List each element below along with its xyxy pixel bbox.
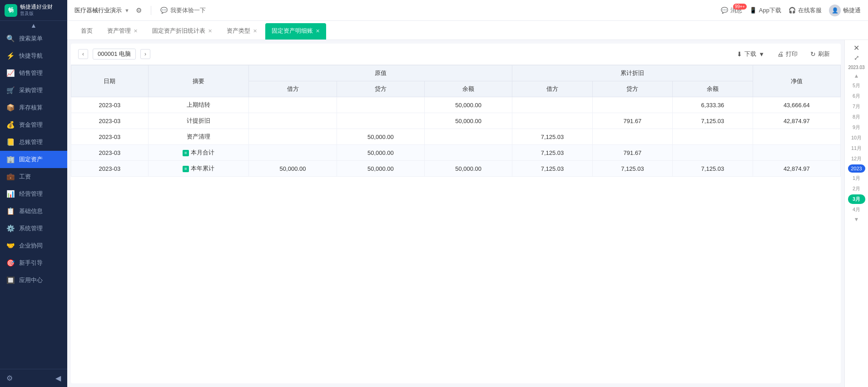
sidebar-item-ledger[interactable]: 📒总账管理 bbox=[0, 134, 67, 151]
download-btn[interactable]: ⬇ 下载 ▼ bbox=[733, 48, 768, 60]
timeline-month-2月[interactable]: 2月 bbox=[848, 184, 865, 194]
content-area: ‹ 000001 电脑 › ⬇ 下载 ▼ 🖨 打印 ↻ 刷新 bbox=[67, 40, 868, 387]
tab-close-depreciation-stats[interactable]: ✕ bbox=[208, 28, 212, 34]
refresh-icon: ↻ bbox=[810, 50, 816, 58]
message-icon: 💬 bbox=[721, 7, 728, 14]
sidebar-label-quick-nav: 快捷导航 bbox=[19, 52, 43, 60]
table-row: 2023-03计提折旧50,000.00791.677,125.0342,874… bbox=[71, 113, 841, 129]
timeline-month-3月[interactable]: 3月 bbox=[848, 194, 865, 204]
sidebar-item-salary[interactable]: 💼工资 bbox=[0, 168, 67, 185]
user-avatar: 👤 bbox=[829, 5, 841, 16]
sidebar-item-purchase[interactable]: 🛒采购管理 bbox=[0, 82, 67, 99]
expand-panel-icon[interactable]: ⤢ bbox=[854, 54, 859, 61]
sidebar-item-system[interactable]: ⚙️系统管理 bbox=[0, 220, 67, 237]
timeline-month-1月[interactable]: 1月 bbox=[848, 174, 865, 183]
tab-asset-type[interactable]: 资产类型✕ bbox=[220, 23, 263, 40]
sidebar-icon-inventory: 📦 bbox=[6, 104, 15, 112]
timeline-month-6月[interactable]: 6月 bbox=[848, 91, 865, 101]
sidebar-label-guide: 新手引导 bbox=[19, 259, 43, 267]
summary-icon: ≡ bbox=[183, 150, 189, 156]
timeline-up-arrow[interactable]: ▲ bbox=[853, 72, 860, 80]
sidebar-scroll-up[interactable]: ▲ bbox=[0, 21, 67, 30]
cell-4-6: 7,125.03 bbox=[592, 161, 672, 177]
settings-icon[interactable]: ⚙ bbox=[6, 374, 13, 382]
refresh-btn[interactable]: ↻ 刷新 bbox=[807, 48, 833, 60]
sidebar-icon-sales: 📈 bbox=[6, 69, 15, 77]
cell-0-6 bbox=[592, 97, 672, 113]
sidebar-item-funds[interactable]: 💰资金管理 bbox=[0, 116, 67, 134]
company-settings-icon[interactable]: ⚙ bbox=[136, 6, 142, 15]
timeline-month-8月[interactable]: 8月 bbox=[848, 112, 865, 122]
collapse-sidebar-icon[interactable]: ◀ bbox=[55, 374, 61, 382]
tab-depreciation-stats[interactable]: 固定资产折旧统计表✕ bbox=[146, 23, 218, 40]
message-btn[interactable]: 💬 消息 99++ bbox=[721, 6, 742, 15]
company-selector[interactable]: 医疗器械行业演示 ▼ bbox=[74, 6, 129, 15]
company-dropdown-icon: ▼ bbox=[124, 8, 129, 13]
content-main: ‹ 000001 电脑 › ⬇ 下载 ▼ 🖨 打印 ↻ 刷新 bbox=[71, 44, 841, 383]
cell-3-4 bbox=[425, 145, 512, 161]
timeline-month-12月[interactable]: 12月 bbox=[848, 154, 865, 164]
sidebar-label-fixed-assets: 固定资产 bbox=[19, 155, 43, 164]
tab-close-asset-mgmt[interactable]: ✕ bbox=[134, 28, 138, 34]
cell-2-0: 2023-03 bbox=[71, 129, 149, 145]
sidebar-icon-quick-nav: ⚡ bbox=[6, 52, 15, 60]
next-record-btn[interactable]: › bbox=[140, 49, 150, 59]
cell-1-8: 42,874.97 bbox=[753, 113, 840, 129]
prev-record-btn[interactable]: ‹ bbox=[78, 49, 88, 59]
sidebar-item-quick-nav[interactable]: ⚡快捷导航 bbox=[0, 47, 67, 64]
cell-0-3 bbox=[337, 97, 424, 113]
online-service-btn[interactable]: 🎧 在线客服 bbox=[789, 6, 822, 15]
tabs-bar: 首页资产管理✕固定资产折旧统计表✕资产类型✕固定资产明细账✕ bbox=[67, 21, 868, 40]
cell-1-0: 2023-03 bbox=[71, 113, 149, 129]
summary-icon: ≡ bbox=[183, 166, 189, 172]
print-label: 打印 bbox=[786, 50, 798, 58]
cell-3-3: 50,000.00 bbox=[337, 145, 424, 161]
tab-asset-mgmt[interactable]: 资产管理✕ bbox=[101, 23, 144, 40]
timeline-down-arrow[interactable]: ▼ bbox=[853, 215, 860, 223]
experience-btn[interactable]: 💬 我要体验一下 bbox=[160, 6, 206, 15]
tab-close-asset-type[interactable]: ✕ bbox=[253, 28, 257, 34]
sidebar-item-basic-info[interactable]: 📋基础信息 bbox=[0, 203, 67, 220]
print-btn[interactable]: 🖨 打印 bbox=[774, 48, 801, 60]
timeline-month-5月[interactable]: 5月 bbox=[848, 81, 865, 90]
sidebar-nav: 🔍搜索菜单⚡快捷导航📈销售管理🛒采购管理📦库存核算💰资金管理📒总账管理🏢固定资产… bbox=[0, 30, 67, 369]
sidebar-label-enterprise: 企业协同 bbox=[19, 242, 43, 250]
timeline-month-4月[interactable]: 4月 bbox=[848, 205, 865, 214]
timeline-month-11月[interactable]: 11月 bbox=[848, 144, 865, 153]
cell-4-4: 50,000.00 bbox=[425, 161, 512, 177]
sidebar-item-search[interactable]: 🔍搜索菜单 bbox=[0, 30, 67, 47]
user-name: 畅捷通 bbox=[843, 6, 861, 15]
cell-4-2: 50,000.00 bbox=[249, 161, 337, 177]
timeline-month-9月[interactable]: 9月 bbox=[848, 123, 865, 132]
cell-4-0: 2023-03 bbox=[71, 161, 149, 177]
sidebar-item-fixed-assets[interactable]: 🏢固定资产 bbox=[0, 151, 67, 168]
cell-3-7 bbox=[673, 145, 753, 161]
user-profile-btn[interactable]: 👤 畅捷通 bbox=[829, 5, 861, 16]
col-original-value: 原值 bbox=[249, 65, 512, 81]
sidebar-item-app-center[interactable]: 🔲应用中心 bbox=[0, 272, 67, 289]
sidebar-item-guide[interactable]: 🎯新手引导 bbox=[0, 254, 67, 272]
tab-close-asset-detail[interactable]: ✕ bbox=[316, 28, 320, 34]
close-panel-icon[interactable]: ✕ bbox=[853, 44, 859, 52]
sidebar-icon-app-center: 🔲 bbox=[6, 276, 15, 284]
timeline-month-7月[interactable]: 7月 bbox=[848, 102, 865, 111]
tab-home[interactable]: 首页 bbox=[74, 23, 99, 40]
timeline-year-2023[interactable]: 2023 bbox=[848, 164, 865, 173]
tab-label-asset-detail: 固定资产明细账 bbox=[272, 27, 313, 35]
cell-1-2 bbox=[249, 113, 337, 129]
sidebar-item-operation[interactable]: 📊经营管理 bbox=[0, 185, 67, 203]
table-wrap: 日期 摘要 原值 累计折旧 净值 借方 贷方 余额 借方 贷方 余额 bbox=[71, 65, 841, 383]
tab-asset-detail[interactable]: 固定资产明细账✕ bbox=[265, 23, 326, 40]
logo-title: 畅捷通好业财 bbox=[20, 4, 53, 11]
toolbar-right: ⬇ 下载 ▼ 🖨 打印 ↻ 刷新 bbox=[733, 48, 833, 60]
col-orig-balance: 余额 bbox=[425, 81, 512, 97]
cell-3-5: 7,125.03 bbox=[512, 145, 592, 161]
timeline-month-10月[interactable]: 10月 bbox=[848, 133, 865, 143]
app-download-btn[interactable]: 📱 App下载 bbox=[749, 6, 781, 15]
sidebar-item-enterprise[interactable]: 🤝企业协同 bbox=[0, 237, 67, 254]
cell-0-4: 50,000.00 bbox=[425, 97, 512, 113]
sidebar-item-inventory[interactable]: 📦库存核算 bbox=[0, 99, 67, 116]
download-icon: ⬇ bbox=[737, 50, 742, 58]
sidebar-item-sales[interactable]: 📈销售管理 bbox=[0, 64, 67, 82]
main-area: 医疗器械行业演示 ▼ ⚙ 💬 我要体验一下 💬 消息 99++ 📱 App下载 … bbox=[67, 0, 868, 387]
